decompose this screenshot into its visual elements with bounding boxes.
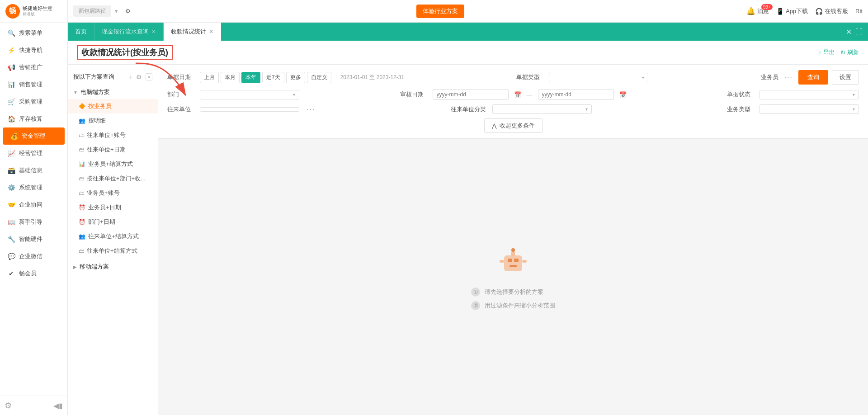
scheme-item-label: 按明细 (88, 117, 106, 125)
review-date-start[interactable] (433, 89, 509, 100)
empty-state: ① 请先选择要分析的方案 ② 用过滤条件来缩小分析范围 (471, 244, 555, 310)
sidebar-item-vip[interactable]: ✔ 畅会员 (0, 265, 67, 282)
sidebar-item-hardware[interactable]: 🔧 智能硬件 (0, 231, 67, 248)
close-all-btn[interactable]: ✕ (846, 28, 852, 36)
svg-rect-1 (508, 259, 512, 262)
salesperson-account-icon: 🗃 (79, 190, 84, 196)
sidebar-item-system[interactable]: ⚙️ 系统管理 (0, 179, 67, 196)
scheme-item-dept-date[interactable]: ⏰ 部门+日期 (68, 215, 158, 229)
scheme-item-by-salesperson[interactable]: 🔶 按业务员 (68, 99, 158, 113)
scheme-item-unit-account[interactable]: 🗃 往来单位+账号 (68, 128, 158, 142)
sidebar-settings-icon[interactable]: ⚙ (5, 401, 12, 410)
voucher-status-select[interactable]: ▾ (760, 90, 859, 99)
hardware-icon: 🔧 (7, 235, 15, 243)
tab-bank-label: 现金银行流水查询 (102, 28, 149, 36)
scheme-title-desktop[interactable]: ▼ 电脑端方案 (68, 85, 158, 99)
voucher-type-arrow: ▾ (642, 75, 644, 80)
partner-category-select[interactable]: ▾ (492, 104, 592, 114)
export-btn[interactable]: ↑ 导出 (819, 48, 835, 57)
scheme-item-by-detail[interactable]: 👥 按明细 (68, 113, 158, 128)
sidebar-item-label: 搜索菜单 (19, 29, 42, 37)
step-2-text: 用过滤条件来缩小分析范围 (485, 302, 555, 310)
bell-icon: 🔔 (746, 7, 755, 15)
review-date-end[interactable] (538, 89, 614, 100)
salesperson-settle-icon: 📊 (79, 161, 85, 167)
message-btn[interactable]: 🔔 消息 99+ (746, 7, 769, 15)
voucher-type-select[interactable]: ▾ (549, 73, 648, 82)
sidebar-item-basic[interactable]: 🗃️ 基础信息 (0, 162, 67, 179)
tab-bank[interactable]: 现金银行流水查询 ✕ (94, 23, 164, 41)
content-area: 按以下方案查询 + ⚙ « ▼ 电脑端方案 🔶 按业务员 👥 (68, 65, 868, 415)
partner-more-btn[interactable]: ··· (307, 105, 315, 113)
tab-home[interactable]: 首页 (68, 23, 94, 41)
online-service-btn[interactable]: 🎧 在线客服 (815, 7, 848, 15)
sidebar-item-label: 智能硬件 (19, 235, 42, 243)
partner-select[interactable] (200, 107, 299, 112)
wechat-icon: 💬 (7, 252, 15, 260)
refresh-label: 刷新 (847, 48, 859, 57)
sidebar-item-inventory[interactable]: 🏠 库存核算 (0, 110, 67, 127)
sidebar-item-guide[interactable]: 📖 新手引导 (0, 213, 67, 231)
data-area: ① 请先选择要分析的方案 ② 用过滤条件来缩小分析范围 (158, 139, 868, 415)
scheme-item-unit-date[interactable]: 🗃 往来单位+日期 (68, 142, 158, 157)
step-1-text: 请先选择要分析的方案 (485, 288, 543, 296)
scheme-item-unit-dept-collect[interactable]: 🗃 按往来单位+部门+收... (68, 171, 158, 186)
sidebar-item-sales[interactable]: 📊 销售管理 (0, 76, 67, 93)
filter-settings-btn[interactable]: 设置 (832, 70, 859, 85)
unit-dept-collect-icon: 🗃 (79, 175, 84, 182)
query-btn[interactable]: 查询 (798, 70, 828, 85)
breadcrumb-dropdown[interactable]: ▾ (115, 8, 118, 14)
scheme-item-unit-settle2[interactable]: 🗃 往来单位+结算方式 (68, 244, 158, 258)
topbar: 面包屑路径 ▾ ⚙ 体验行业方案 🔔 消息 99+ 📱 App下载 🎧 在线客服… (68, 0, 868, 23)
custom-btn[interactable]: 自定义 (307, 72, 331, 83)
sidebar-item-purchase[interactable]: 🛒 采购管理 (0, 93, 67, 110)
sidebar-collapse-icon[interactable]: ◀▮ (53, 401, 63, 410)
svg-rect-6 (500, 260, 504, 263)
salesperson-more-btn[interactable]: ··· (784, 73, 793, 81)
panel-add-btn[interactable]: + (129, 73, 132, 80)
scheme-title-label: 移动端方案 (80, 263, 109, 271)
tab-receipt[interactable]: 收款情况统计 ✕ (164, 23, 221, 41)
business-type-arrow: ▾ (853, 107, 855, 112)
sidebar-item-search[interactable]: 🔍 搜索菜单 (0, 24, 67, 42)
partner-category-label: 往来单位分类 (451, 105, 487, 113)
this-month-btn[interactable]: 本月 (221, 72, 240, 83)
sidebar-item-label: 新手引导 (19, 218, 42, 226)
trial-btn[interactable]: 体验行业方案 (416, 5, 464, 18)
topbar-settings-btn[interactable]: ⚙ (122, 5, 134, 18)
business-type-select[interactable]: ▾ (760, 104, 859, 114)
app-download-btn[interactable]: 📱 App下载 (776, 7, 808, 15)
panel-collapse-btn[interactable]: « (146, 73, 152, 80)
scheme-item-salesperson-account[interactable]: 🗃 业务员+账号 (68, 186, 158, 200)
refresh-btn[interactable]: ↻ 刷新 (840, 48, 859, 57)
tab-bank-close[interactable]: ✕ (151, 28, 156, 35)
this-year-btn[interactable]: 本年 (241, 72, 260, 83)
salesperson-label: 业务员 (761, 73, 779, 81)
scheme-title-mobile[interactable]: ▶ 移动端方案 (68, 260, 158, 274)
scheme-item-salesperson-settle[interactable]: 📊 业务员+结算方式 (68, 157, 158, 171)
scheme-item-salesperson-date[interactable]: ⏰ 业务员+日期 (68, 200, 158, 215)
finance-icon: 💰 (10, 132, 18, 140)
last7-btn[interactable]: 近7天 (262, 72, 284, 83)
tab-receipt-close[interactable]: ✕ (209, 28, 213, 35)
app-icon: 📱 (776, 8, 784, 15)
date-label: 单据日期 (167, 73, 194, 81)
dept-select[interactable]: ▾ (200, 90, 299, 99)
sidebar-item-quicknav[interactable]: ⚡ 快捷导航 (0, 42, 67, 59)
step-2-num: ② (471, 301, 480, 310)
sidebar-item-marketing[interactable]: 📢 营销推广 (0, 59, 67, 76)
collapse-more-btn[interactable]: ⋀ 收起更多条件 (484, 118, 542, 133)
sidebar-item-wechat[interactable]: 💬 企业微信 (0, 248, 67, 265)
date-separator: — (527, 91, 533, 98)
sidebar-item-finance[interactable]: 💰 资金管理 (3, 127, 65, 145)
app-download-label: App下载 (786, 7, 808, 15)
expand-btn[interactable]: ⛶ (855, 28, 863, 36)
date-filter-group: 上月 本月 本年 近7天 更多 自定义 (200, 72, 331, 83)
sidebar-item-enterprise[interactable]: 🤝 企业协同 (0, 196, 67, 213)
last-month-btn[interactable]: 上月 (200, 72, 219, 83)
scheme-item-unit-settle[interactable]: 👥 往来单位+结算方式 (68, 229, 158, 244)
sidebar-item-operations[interactable]: 📈 经营管理 (0, 145, 67, 162)
more-btn[interactable]: 更多 (286, 72, 305, 83)
filter-actions: 查询 设置 (798, 70, 859, 85)
panel-settings-btn[interactable]: ⚙ (136, 73, 142, 80)
